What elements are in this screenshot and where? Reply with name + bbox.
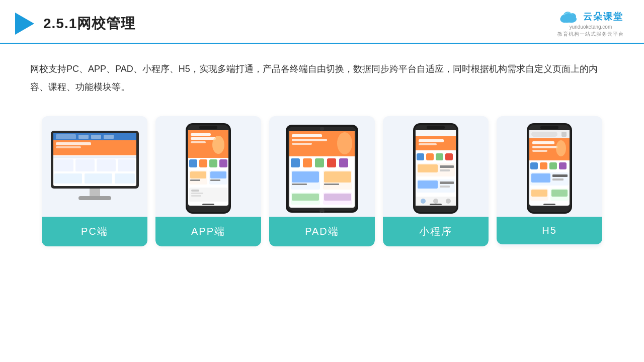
svg-rect-25 bbox=[78, 196, 111, 200]
svg-point-52 bbox=[320, 127, 324, 131]
svg-rect-83 bbox=[417, 153, 424, 160]
svg-rect-15 bbox=[56, 146, 81, 148]
svg-rect-44 bbox=[210, 179, 220, 181]
svg-rect-43 bbox=[190, 179, 200, 181]
svg-rect-28 bbox=[199, 126, 217, 129]
card-app-image bbox=[155, 116, 261, 217]
svg-rect-73 bbox=[324, 194, 351, 201]
svg-rect-72 bbox=[292, 194, 319, 201]
card-pad-label: PAD端 bbox=[269, 217, 375, 246]
pad-tablet-icon bbox=[282, 122, 362, 215]
svg-point-96 bbox=[421, 199, 426, 204]
svg-rect-10 bbox=[78, 135, 89, 139]
svg-point-97 bbox=[433, 199, 438, 204]
header: 2.5.1网校管理 云朵课堂 yunduoketang.com 教育机构一站式服… bbox=[0, 0, 644, 44]
svg-rect-38 bbox=[219, 159, 227, 167]
svg-rect-69 bbox=[324, 184, 339, 185]
svg-rect-41 bbox=[190, 171, 206, 178]
svg-rect-60 bbox=[303, 158, 312, 167]
svg-rect-49 bbox=[202, 204, 214, 205]
svg-rect-46 bbox=[191, 190, 199, 192]
svg-point-98 bbox=[446, 199, 451, 204]
svg-rect-16 bbox=[53, 156, 136, 158]
description: 网校支持PC、APP、PAD、小程序、H5，实现多端打通，产品各终端自由切换，数… bbox=[0, 44, 644, 106]
svg-rect-112 bbox=[530, 162, 538, 169]
svg-rect-124 bbox=[543, 204, 555, 205]
card-h5: H5 bbox=[497, 116, 602, 246]
svg-rect-89 bbox=[440, 165, 454, 168]
svg-rect-33 bbox=[191, 141, 206, 143]
svg-rect-84 bbox=[426, 153, 434, 160]
cards-area: PC端 bbox=[0, 106, 644, 256]
svg-rect-110 bbox=[532, 150, 547, 152]
svg-rect-66 bbox=[292, 171, 319, 183]
svg-rect-77 bbox=[427, 126, 445, 129]
logo-text: 云朵课堂 bbox=[583, 11, 623, 23]
svg-rect-23 bbox=[115, 173, 135, 184]
card-miniapp: 小程序 bbox=[383, 116, 489, 246]
app-phone-icon bbox=[183, 122, 233, 215]
header-left: 2.5.1网校管理 bbox=[15, 13, 135, 35]
svg-rect-106 bbox=[561, 132, 567, 137]
svg-point-74 bbox=[319, 208, 325, 213]
svg-rect-81 bbox=[419, 139, 444, 142]
svg-rect-17 bbox=[54, 159, 73, 171]
svg-rect-115 bbox=[559, 162, 567, 169]
svg-rect-118 bbox=[552, 174, 568, 177]
svg-point-58 bbox=[337, 132, 352, 154]
svg-rect-20 bbox=[118, 159, 135, 171]
card-app-label: APP端 bbox=[155, 217, 261, 246]
svg-rect-14 bbox=[56, 142, 91, 145]
card-h5-image bbox=[497, 116, 602, 217]
svg-point-111 bbox=[556, 140, 566, 156]
card-pc: PC端 bbox=[42, 116, 147, 246]
svg-rect-57 bbox=[292, 143, 312, 145]
svg-rect-35 bbox=[189, 159, 197, 167]
svg-rect-55 bbox=[292, 134, 322, 137]
svg-rect-86 bbox=[445, 153, 453, 160]
card-h5-label: H5 bbox=[497, 217, 602, 244]
svg-rect-48 bbox=[191, 195, 201, 197]
svg-rect-62 bbox=[327, 158, 336, 167]
card-miniapp-image bbox=[383, 116, 489, 217]
svg-rect-90 bbox=[440, 169, 450, 171]
page: 2.5.1网校管理 云朵课堂 yunduoketang.com 教育机构一站式服… bbox=[0, 0, 644, 362]
svg-rect-36 bbox=[199, 159, 207, 167]
logo-area: 云朵课堂 yunduoketang.com 教育机构一站式服务云平台 bbox=[557, 9, 624, 38]
svg-rect-93 bbox=[440, 182, 454, 184]
svg-rect-105 bbox=[531, 132, 557, 137]
svg-rect-79 bbox=[416, 130, 456, 136]
card-pc-image bbox=[42, 116, 147, 217]
svg-rect-37 bbox=[209, 159, 217, 167]
svg-rect-18 bbox=[75, 159, 95, 171]
svg-rect-47 bbox=[191, 193, 203, 194]
svg-rect-32 bbox=[191, 137, 216, 140]
svg-rect-119 bbox=[552, 178, 564, 180]
card-miniapp-label: 小程序 bbox=[383, 217, 489, 246]
svg-rect-117 bbox=[531, 173, 550, 183]
svg-rect-123 bbox=[551, 190, 568, 197]
svg-rect-92 bbox=[418, 180, 438, 189]
svg-rect-59 bbox=[291, 158, 300, 167]
svg-rect-102 bbox=[540, 126, 558, 129]
svg-rect-85 bbox=[436, 153, 443, 160]
svg-rect-56 bbox=[292, 139, 327, 141]
svg-rect-21 bbox=[54, 173, 82, 184]
svg-rect-108 bbox=[532, 141, 554, 144]
svg-rect-99 bbox=[430, 204, 442, 205]
svg-rect-31 bbox=[191, 133, 211, 136]
svg-rect-114 bbox=[549, 162, 557, 169]
logo-cloud: 云朵课堂 bbox=[558, 9, 623, 24]
play-icon bbox=[15, 13, 34, 35]
logo-url: yunduoketang.com bbox=[570, 24, 612, 30]
svg-rect-63 bbox=[339, 158, 348, 167]
page-title: 2.5.1网校管理 bbox=[43, 14, 135, 33]
svg-rect-12 bbox=[104, 135, 114, 139]
pc-monitor-icon bbox=[48, 128, 141, 209]
miniapp-phone-icon bbox=[411, 122, 461, 215]
card-pad: PAD端 bbox=[269, 116, 375, 246]
card-app: APP端 bbox=[155, 116, 261, 246]
svg-rect-68 bbox=[292, 184, 307, 185]
description-text: 网校支持PC、APP、PAD、小程序、H5，实现多端打通，产品各终端自由切换，数… bbox=[30, 64, 598, 92]
card-pad-image bbox=[269, 116, 375, 217]
